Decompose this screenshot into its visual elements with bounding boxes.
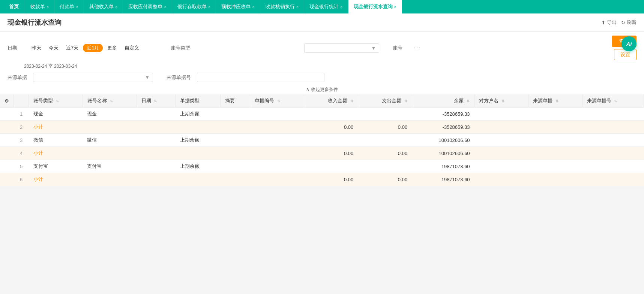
sort-icon-income: ⇅ bbox=[350, 99, 353, 103]
cell-account-type: 支付宝 bbox=[29, 160, 83, 173]
cell-source-doc-no bbox=[582, 173, 644, 186]
filter-section: 日期 昨天 今天 近7天 近1月 更多 自定义 账号类型 ▼ 账号 ··· 查询… bbox=[0, 32, 644, 94]
nav-close-receipt[interactable]: × bbox=[47, 4, 49, 9]
date-label: 日期 bbox=[8, 45, 23, 51]
cell-source-doc bbox=[528, 160, 582, 173]
nav-close-receipt-verify[interactable]: × bbox=[296, 4, 299, 9]
th-source-doc[interactable]: 来源单据 ⇅ bbox=[528, 94, 582, 107]
cell-summary bbox=[220, 173, 250, 186]
cell-account-name: 支付宝 bbox=[83, 160, 137, 173]
cell-doc-type bbox=[176, 173, 221, 186]
nav-cash-bank-stat[interactable]: 现金银行统计 × bbox=[304, 0, 348, 13]
th-account-name[interactable]: 账号名称 ⇅ bbox=[83, 94, 137, 107]
cell-checkbox bbox=[0, 173, 14, 186]
date-1month[interactable]: 近1月 bbox=[83, 44, 103, 52]
th-income[interactable]: 收入金额 ⇅ bbox=[304, 94, 358, 107]
nav-payment[interactable]: 付款单 × bbox=[54, 0, 84, 13]
th-expense[interactable]: 支出金额 ⇅ bbox=[358, 94, 412, 107]
cell-source-doc-no bbox=[582, 160, 644, 173]
column-settings-icon[interactable]: ⚙ bbox=[5, 98, 9, 104]
date-more[interactable]: 更多 bbox=[104, 44, 120, 52]
table-row[interactable]: 3微信微信上期余额100102606.60 bbox=[0, 134, 644, 147]
source-doc-no-input[interactable] bbox=[197, 73, 324, 82]
cell-doc-no bbox=[250, 173, 304, 186]
page-title: 现金银行流水查询 bbox=[8, 18, 62, 27]
cell-balance: -3528659.33 bbox=[412, 121, 474, 134]
sort-icon-source-doc: ⇅ bbox=[555, 99, 558, 103]
cell-index: 2 bbox=[14, 121, 29, 134]
cell-source-doc bbox=[528, 121, 582, 134]
th-settings[interactable]: ⚙ bbox=[0, 94, 14, 107]
nav-receipt-verify[interactable]: 收款核销执行 × bbox=[260, 0, 304, 13]
account-label: 账号 bbox=[393, 45, 408, 51]
collapse-bar[interactable]: ∧ 收起更多条件 bbox=[8, 85, 636, 94]
th-source-doc-no[interactable]: 来源单据号 ⇅ bbox=[582, 94, 644, 107]
source-doc-select[interactable]: ▼ bbox=[33, 73, 153, 82]
date-range-text: 2023-02-24 至 2023-03-24 bbox=[24, 64, 77, 69]
nav-close-prepay-offset[interactable]: × bbox=[252, 4, 254, 9]
nav-other-income[interactable]: 其他收入单 × bbox=[84, 0, 123, 13]
cell-checkbox bbox=[0, 160, 14, 173]
cell-expense: 0.00 bbox=[358, 121, 412, 134]
settings-button[interactable]: 设置 bbox=[614, 49, 636, 60]
cell-account-name: 微信 bbox=[83, 134, 137, 147]
cell-doc-type bbox=[176, 121, 221, 134]
cell-source-doc-no bbox=[582, 147, 644, 160]
table-row[interactable]: 1现金现金上期余额-3528659.33 bbox=[0, 107, 644, 121]
ai-badge[interactable]: Ai bbox=[621, 36, 636, 51]
account-dots[interactable]: ··· bbox=[414, 45, 421, 51]
export-button[interactable]: ⬆ 导出 bbox=[601, 19, 617, 26]
th-account-type[interactable]: 账号类型 ⇅ bbox=[29, 94, 83, 107]
sort-icon-account-name: ⇅ bbox=[110, 99, 113, 103]
collapse-icon: ∧ bbox=[306, 87, 309, 93]
th-summary: 摘要 bbox=[220, 94, 250, 107]
refresh-button[interactable]: ↻ 刷新 bbox=[621, 19, 636, 26]
cell-account-name: 现金 bbox=[83, 107, 137, 121]
cell-source-doc bbox=[528, 134, 582, 147]
nav-ar-ap-adjust[interactable]: 应收应付调整单 × bbox=[123, 0, 172, 13]
nav-prepay-offset[interactable]: 预收冲应收单 × bbox=[216, 0, 260, 13]
nav-close-cash-bank-flow[interactable]: × bbox=[394, 4, 396, 9]
date-7days[interactable]: 近7天 bbox=[63, 44, 81, 52]
nav-close-other-income[interactable]: × bbox=[115, 4, 117, 9]
nav-bank-deposit[interactable]: 银行存取款单 × bbox=[172, 0, 216, 13]
th-balance[interactable]: 余额 ⇅ bbox=[412, 94, 474, 107]
cell-expense: 0.00 bbox=[358, 173, 412, 186]
th-counterparty[interactable]: 对方户名 ⇅ bbox=[474, 94, 528, 107]
nav-close-ar-ap-adjust[interactable]: × bbox=[164, 4, 166, 9]
nav-close-cash-bank-stat[interactable]: × bbox=[340, 4, 342, 9]
sort-icon-counterparty: ⇅ bbox=[501, 99, 504, 103]
nav-cash-bank-flow[interactable]: 现金银行流水查询 × bbox=[348, 0, 402, 13]
table-row[interactable]: 5支付宝支付宝上期余额19871073.60 bbox=[0, 160, 644, 173]
account-type-select[interactable]: ▼ bbox=[304, 43, 379, 53]
cell-account-type: 小计 bbox=[29, 147, 83, 160]
table-row[interactable]: 4小计0.000.00100102606.60 bbox=[0, 147, 644, 160]
sort-icon-doc-no: ⇅ bbox=[277, 99, 280, 103]
cell-summary bbox=[220, 121, 250, 134]
table-header-row: ⚙ 账号类型 ⇅ 账号名称 ⇅ 日期 ⇅ 单据类型 bbox=[0, 94, 644, 107]
cell-counterparty bbox=[474, 147, 528, 160]
nav-home[interactable]: 首页 bbox=[3, 0, 25, 13]
th-index bbox=[14, 94, 29, 107]
date-yesterday[interactable]: 昨天 bbox=[29, 44, 44, 52]
filter-row-2: 来源单据 ▼ 来源单据号 bbox=[8, 73, 636, 82]
th-doc-type: 单据类型 bbox=[176, 94, 221, 107]
cell-counterparty bbox=[474, 121, 528, 134]
nav-close-payment[interactable]: × bbox=[76, 4, 78, 9]
date-today[interactable]: 今天 bbox=[46, 44, 62, 52]
cell-expense: 0.00 bbox=[358, 147, 412, 160]
nav-close-bank-deposit[interactable]: × bbox=[208, 4, 210, 9]
th-doc-no[interactable]: 单据编号 ⇅ bbox=[250, 94, 304, 107]
cell-expense bbox=[358, 107, 412, 121]
table-row[interactable]: 6小计0.000.0019871073.60 bbox=[0, 173, 644, 186]
nav-receipt[interactable]: 收款单 × bbox=[25, 0, 54, 13]
cell-index: 6 bbox=[14, 173, 29, 186]
cell-balance: -3528659.33 bbox=[412, 107, 474, 121]
cell-counterparty bbox=[474, 107, 528, 121]
cell-checkbox bbox=[0, 121, 14, 134]
cell-expense bbox=[358, 160, 412, 173]
source-doc-no-label: 来源单据号 bbox=[167, 74, 191, 81]
table-row[interactable]: 2小计0.000.00-3528659.33 bbox=[0, 121, 644, 134]
th-date[interactable]: 日期 ⇅ bbox=[137, 94, 175, 107]
date-custom[interactable]: 自定义 bbox=[122, 44, 142, 52]
